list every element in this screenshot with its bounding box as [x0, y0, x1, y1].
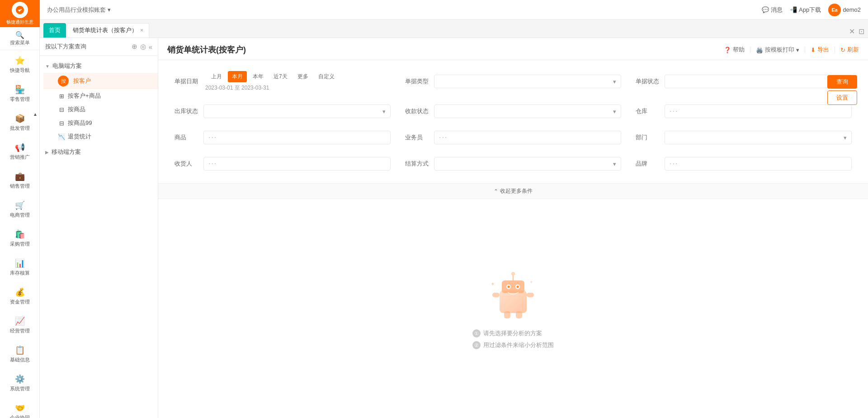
filter-goods: 商品 ···	[167, 127, 398, 148]
search-menu-item[interactable]: 🔍 搜索菜单	[0, 27, 39, 50]
empty-tips: ① 请先选择要分析的方案 ② 用过滤条件来缩小分析范围	[472, 329, 554, 349]
logo-text: 畅捷通好生意	[6, 19, 33, 25]
sidebar-item-wholesale[interactable]: 📦 批发管理 ▲	[0, 108, 39, 137]
logo-icon	[12, 2, 28, 18]
filter-brand: 品牌 ···	[628, 153, 859, 174]
this-month-btn[interactable]: 本月	[228, 71, 247, 82]
window-max-icon[interactable]: ⊡	[859, 27, 864, 36]
tab-home[interactable]: 首页	[43, 23, 66, 38]
sidebar-item-inventory[interactable]: 📊 库存核算	[0, 253, 39, 282]
sidebar-item-ecommerce[interactable]: 🛒 电商管理	[0, 195, 39, 224]
tab-close-icon[interactable]: ×	[140, 27, 143, 33]
tree-item-return-stat[interactable]: 📉 退货统计	[43, 130, 158, 143]
tree-item-by-goods99[interactable]: ⊟ 按商品99	[43, 116, 158, 130]
sidebar-item-quick-nav[interactable]: ⭐ 快捷导航	[0, 50, 39, 79]
dept-label: 部门	[636, 133, 661, 142]
sidebar-item-purchase[interactable]: 🛍️ 采购管理	[0, 224, 39, 253]
sidebar-item-system[interactable]: ⚙️ 系统管理	[0, 369, 39, 398]
empty-state: ✦ ✦ ① 请先选择要分析的方案 ② 用过滤条件来缩小分析范围	[158, 199, 868, 418]
collapse-panel-icon[interactable]: «	[149, 43, 152, 51]
last-7days-btn[interactable]: 近7天	[269, 71, 292, 82]
dept-select[interactable]: ▾	[665, 131, 852, 144]
type-select[interactable]: ▾	[434, 75, 621, 88]
app-logo: 畅捷通好生意	[0, 0, 40, 27]
svg-text:✦: ✦	[529, 280, 533, 285]
sidebar-item-sales[interactable]: 💼 销售管理	[0, 166, 39, 195]
out-status-dropdown-icon: ▾	[382, 108, 386, 115]
sidebar-item-corp[interactable]: 🤝 企业协同	[0, 398, 39, 418]
tree-item-by-goods[interactable]: ⊟ 按商品	[43, 103, 158, 116]
receipt-status-select[interactable]: ▾	[434, 104, 621, 118]
tree-group-desktop: ▼ 电脑端方案 按 按客户 ⊞ 按客户+商品 ⊟	[40, 59, 158, 143]
main-content-area: ✦ ✦ ① 请先选择要分析的方案 ② 用过滤条件来缩小分析范围	[158, 199, 868, 418]
sidebar-item-finance[interactable]: 💰 资金管理	[0, 282, 39, 311]
grid-icon: ⊞	[58, 92, 65, 100]
table-icon: ⊟	[58, 106, 65, 113]
warehouse-label: 仓库	[636, 107, 661, 115]
out-status-select[interactable]: ▾	[203, 104, 391, 118]
tree-collapse-icon: ▶	[45, 150, 49, 155]
page-header: 销货单统计表(按客户) ❓ 帮助 🖨️ 按模板打印 ▾ ⬇	[158, 38, 868, 60]
left-panel-actions: ⊕ ◎ «	[132, 43, 152, 51]
settlement-select[interactable]: ▾	[434, 157, 621, 171]
table2-icon: ⊟	[58, 119, 65, 127]
status-select[interactable]: ▾	[665, 75, 852, 88]
tree-group-mobile: ▶ 移动端方案	[40, 145, 158, 159]
right-panel: 销货单统计表(按客户) ❓ 帮助 🖨️ 按模板打印 ▾ ⬇	[158, 38, 868, 418]
salesperson-input[interactable]: ···	[434, 131, 621, 144]
date-range-text: 2023-03-01 至 2023-03-31	[205, 84, 269, 92]
settings-scheme-icon[interactable]: ◎	[140, 43, 146, 51]
tree-item-by-customer[interactable]: 按 按客户	[43, 73, 158, 89]
goods-input[interactable]: ···	[203, 131, 391, 144]
export-button[interactable]: ⬇ 导出	[811, 46, 829, 54]
svg-rect-11	[504, 311, 510, 318]
filter-warehouse: 仓库 ···	[628, 101, 859, 122]
user-profile[interactable]: Ea demo2	[828, 4, 861, 16]
last-month-btn[interactable]: 上月	[207, 71, 226, 82]
query-button[interactable]: 查询	[827, 75, 857, 89]
window-close-icon[interactable]: ✕	[849, 27, 855, 36]
filter-out-status: 出库状态 ▾	[167, 101, 398, 122]
divider2	[805, 47, 805, 53]
filter-receipt-status: 收款状态 ▾	[398, 101, 628, 122]
filter-doc-type: 单据类型 ▾	[398, 67, 628, 95]
add-scheme-icon[interactable]: ⊕	[132, 43, 137, 51]
page-title: 销货单统计表(按客户)	[167, 44, 246, 55]
app-download-button[interactable]: 📲 App下载	[790, 6, 821, 14]
tree-group-desktop-header[interactable]: ▼ 电脑端方案	[40, 59, 158, 73]
tip-num-1: ①	[472, 329, 481, 337]
main-area: 办公用品行业模拟账套 ▾ 💬 消息 📲 App下载 Ea demo2 首页 销货…	[40, 0, 868, 418]
custom-btn[interactable]: 自定义	[314, 71, 339, 82]
out-status-label: 出库状态	[175, 107, 200, 115]
recipient-input[interactable]: ···	[203, 157, 391, 171]
sidebar-item-retail[interactable]: 🏪 零售管理	[0, 79, 39, 108]
window-controls: ✕ ⊡	[849, 27, 864, 38]
tree-group-mobile-header[interactable]: ▶ 移动端方案	[40, 145, 158, 159]
messages-button[interactable]: 💬 消息	[762, 6, 783, 14]
receipt-status-dropdown-icon: ▾	[613, 108, 616, 115]
tab-sales-stat[interactable]: 销货单统计表（按客户） ×	[67, 23, 149, 38]
svg-rect-9	[492, 293, 500, 297]
sidebar-item-operations[interactable]: 📈 经营管理	[0, 311, 39, 340]
action-buttons: 查询 设置	[827, 75, 857, 105]
sidebar-item-basic[interactable]: 📋 基础信息	[0, 340, 39, 369]
help-button[interactable]: ❓ 帮助	[724, 46, 745, 54]
this-year-btn[interactable]: 本年	[249, 71, 268, 82]
more-btn[interactable]: 更多	[293, 71, 312, 82]
sidebar-item-marketing[interactable]: 📢 营销推广	[0, 137, 39, 166]
tip-item-2: ② 用过滤条件来缩小分析范围	[472, 341, 554, 349]
message-icon: 💬	[762, 6, 769, 13]
recipient-label: 收货人	[175, 160, 200, 168]
warehouse-dots[interactable]: ···	[665, 104, 852, 118]
brand-input[interactable]: ···	[665, 157, 852, 171]
left-panel-header: 按以下方案查询 ⊕ ◎ «	[40, 38, 158, 56]
refresh-button[interactable]: ↻ 刷新	[840, 46, 859, 54]
filter-recipient: 收货人 ···	[167, 153, 398, 174]
account-dropdown[interactable]: 办公用品行业模拟账套 ▾	[47, 6, 111, 14]
filter-date: 单据日期 上月 本月 本年 近7天 更多 自定义 2023-03-01 至 20…	[167, 67, 398, 95]
dept-dropdown-icon: ▾	[844, 134, 847, 141]
collapse-bar[interactable]: ⌃ 收起更多条件	[158, 184, 868, 199]
print-button[interactable]: 🖨️ 按模板打印 ▾	[756, 46, 799, 54]
setting-button[interactable]: 设置	[827, 90, 857, 105]
tree-item-by-customer-goods[interactable]: ⊞ 按客户+商品	[43, 89, 158, 103]
